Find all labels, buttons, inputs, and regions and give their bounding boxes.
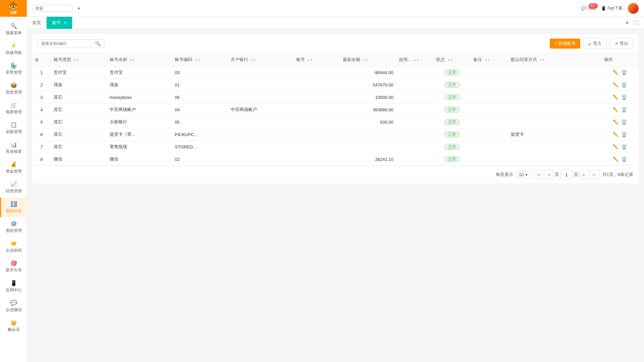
sidebar-item-retail[interactable]: 🏪 零售管理: [0, 59, 26, 79]
status-badge-1: 正常: [444, 82, 460, 88]
th-name[interactable]: 账号名称 ▲▼: [107, 53, 172, 66]
delete-button-1[interactable]: 🗑️: [621, 82, 627, 87]
tab-home[interactable]: 首页: [27, 17, 47, 29]
status-badge-7: 正常: [444, 156, 460, 162]
edit-button-0[interactable]: ✏️: [613, 70, 619, 75]
cell-name-3: 中百商场账户: [107, 104, 172, 116]
search-wrap[interactable]: 🔍: [38, 39, 105, 48]
delete-button-0[interactable]: 🗑️: [621, 70, 627, 75]
user-avatar[interactable]: [628, 3, 639, 14]
prev-page-button[interactable]: ◀: [544, 170, 553, 179]
main-area: ▾ 💬 消息 99+ 📱 App下载 首页 账号 ✕ ✕ ⛶: [27, 0, 644, 362]
top-search-input[interactable]: [35, 6, 65, 11]
sidebar-finance-label: 资金管理: [6, 169, 22, 174]
next-page-button[interactable]: ▶: [580, 170, 589, 179]
cell-type-0: 支付宝: [51, 66, 107, 79]
cell-use-7: [396, 153, 433, 166]
cell-code-2: 06: [172, 91, 228, 104]
edit-button-5[interactable]: ✏️: [613, 132, 619, 137]
cell-status-7: 正常: [433, 153, 471, 166]
edit-button-1[interactable]: ✏️: [613, 82, 619, 87]
delete-button-4[interactable]: 🗑️: [621, 119, 627, 125]
table-header-row: ⚙ 账号类型 ▲▼ 账号名称 ▲▼ 账号编码 ▲▼: [32, 53, 639, 66]
th-settings[interactable]: ⚙: [32, 53, 51, 66]
notification-area[interactable]: 💬 消息 99+: [581, 5, 596, 11]
table-row: 6 其它 提货卡（零... PICKUPC... 正常 提货卡 ✏️ 🗑️: [32, 128, 639, 141]
sidebar-item-purchase[interactable]: 📋 采购管理: [0, 118, 26, 138]
th-use[interactable]: 使用... ▲▼: [396, 53, 433, 66]
tab-close-icon[interactable]: ✕: [63, 20, 67, 25]
th-remark[interactable]: 备注 ▲▼: [471, 53, 508, 66]
import-icon: ↙: [588, 41, 592, 46]
cell-action-4: ✏️ 🗑️: [601, 116, 639, 128]
dropdown-button[interactable]: ▾: [78, 6, 80, 11]
table-row: 5 其它 大新银行 05 500.00 正常 ✏️ 🗑️: [32, 116, 639, 128]
status-badge-4: 正常: [444, 119, 460, 125]
sidebar-item-inventory[interactable]: 📊 库存核算: [0, 138, 26, 158]
add-account-button[interactable]: + 新增账号: [550, 39, 580, 49]
sort-name-icon: ▲▼: [129, 58, 135, 61]
export-icon: ↗: [614, 41, 618, 46]
sidebar-item-guide[interactable]: 🎯 新手引导: [0, 257, 26, 277]
cell-account-7: [293, 153, 340, 166]
delete-button-6[interactable]: 🗑️: [621, 144, 627, 149]
search-input[interactable]: [41, 41, 95, 46]
status-badge-0: 正常: [444, 69, 460, 75]
delete-button-2[interactable]: 🗑️: [621, 95, 627, 100]
sidebar-enterprise-label: 企业协同: [6, 248, 22, 253]
th-balance[interactable]: 最新余额 ▲▼: [340, 53, 396, 66]
cell-action-0: ✏️ 🗑️: [601, 66, 639, 79]
cell-num-5: 6: [32, 128, 51, 141]
sidebar-item-basic[interactable]: ℹ️ 基础信息: [0, 197, 26, 217]
app-download-area[interactable]: 📱 App下载: [601, 5, 623, 11]
delete-button-5[interactable]: 🗑️: [621, 132, 627, 137]
sidebar-item-system[interactable]: ⚙️ 系统管理: [0, 217, 26, 237]
import-label: 导入: [593, 41, 602, 47]
tab-fullscreen-button[interactable]: ⛶: [632, 18, 641, 27]
sidebar-item-enterprise[interactable]: 🤝 企业协同: [0, 237, 26, 257]
sidebar-item-operation[interactable]: 📈 经营管理: [0, 178, 26, 197]
th-account[interactable]: 账号 ▲▼: [293, 53, 340, 66]
cell-type-6: 其它: [51, 141, 107, 153]
sidebar-item-wechat[interactable]: 💬 企业微信: [0, 296, 26, 316]
th-bank[interactable]: 开户银行 ▲▼: [228, 53, 293, 66]
sidebar-item-member[interactable]: 👑 畅会员: [0, 316, 26, 336]
tab-close-all-button[interactable]: ✕: [623, 18, 632, 27]
sidebar-search-menu-label: 搜索菜单: [6, 30, 22, 36]
cell-action-3: ✏️ 🗑️: [601, 104, 639, 116]
edit-button-7[interactable]: ✏️: [613, 157, 619, 162]
th-settle[interactable]: 默认结算方式 ▲▼: [508, 53, 601, 66]
export-button[interactable]: ↗ 导出: [609, 38, 633, 49]
th-status[interactable]: 状态 ▲▼: [433, 53, 471, 66]
delete-button-3[interactable]: 🗑️: [621, 107, 627, 112]
per-page-select[interactable]: 50 ▾: [516, 171, 530, 178]
th-type[interactable]: 账号类型 ▲▼: [51, 53, 107, 66]
edit-button-4[interactable]: ✏️: [613, 119, 619, 125]
delete-button-7[interactable]: 🗑️: [621, 157, 627, 162]
sidebar-guide-label: 新手引导: [6, 267, 22, 273]
tab-account[interactable]: 账号 ✕: [47, 17, 72, 29]
page-of-label: 页: [574, 172, 578, 178]
sidebar-item-wholesale[interactable]: 📦 批发管理: [0, 79, 26, 99]
top-search-box[interactable]: [32, 5, 72, 12]
first-page-button[interactable]: |◀: [533, 170, 543, 179]
search-icon[interactable]: 🔍: [95, 41, 101, 46]
sidebar-item-shortcut[interactable]: ⚡ 快捷导航: [0, 39, 26, 59]
cell-balance-1: 547670.00: [340, 79, 396, 91]
table-row: 2 现金 现金 01 547670.00 正常 ✏️ 🗑️: [32, 79, 639, 91]
sidebar-item-ecommerce[interactable]: 🛒 电商管理: [0, 99, 26, 118]
sidebar-item-app-center[interactable]: 📱 应用中心: [0, 277, 26, 296]
page-input[interactable]: [560, 170, 573, 179]
cell-code-1: 01: [172, 79, 228, 91]
sidebar-item-finance[interactable]: 💰 资金管理: [0, 158, 26, 178]
cell-bank-6: [228, 141, 293, 153]
last-page-button[interactable]: ▶|: [590, 170, 600, 179]
edit-button-3[interactable]: ✏️: [613, 107, 619, 112]
th-code[interactable]: 账号编码 ▲▼: [172, 53, 228, 66]
import-button[interactable]: ↙ 导入: [583, 38, 607, 49]
status-badge-2: 正常: [444, 94, 460, 100]
edit-button-2[interactable]: ✏️: [613, 95, 619, 100]
sidebar-item-search-menu[interactable]: 🔍 搜索菜单: [0, 19, 26, 39]
edit-button-6[interactable]: ✏️: [613, 144, 619, 149]
cell-use-0: [396, 66, 433, 79]
